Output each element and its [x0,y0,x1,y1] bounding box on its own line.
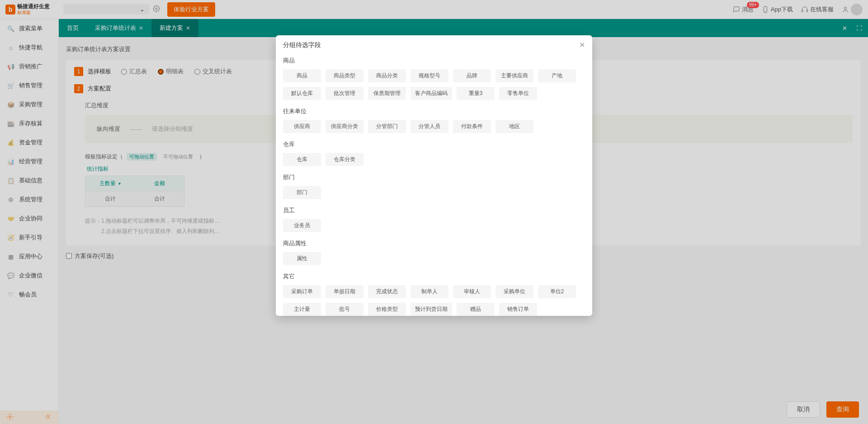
field-pill[interactable]: 仓库 [283,153,321,166]
modal-header: 分组待选字段 ✕ [276,35,592,54]
field-group-title: 部门 [283,173,585,181]
field-group: 其它采购订单单据日期完成状态制单人审核人采购单位单位2主计量批号价格类型预计到货… [283,272,585,316]
field-group: 商品商品商品类型商品分类规格型号品牌主要供应商产地默认仓库批次管理保质期管理客户… [283,57,585,100]
field-pill-row: 商品商品类型商品分类规格型号品牌主要供应商产地默认仓库批次管理保质期管理客户商品… [283,69,585,100]
field-pill[interactable]: 仓库分类 [326,153,363,166]
modal-mask[interactable]: 分组待选字段 ✕ 商品商品商品类型商品分类规格型号品牌主要供应商产地默认仓库批次… [0,0,868,424]
field-group-title: 商品 [283,57,585,65]
field-pill[interactable]: 业务员 [283,219,321,232]
field-pill[interactable]: 单据日期 [326,285,363,298]
field-pill[interactable]: 赠品 [457,303,495,316]
field-group-title: 仓库 [283,140,585,148]
field-pill[interactable]: 采购单位 [495,285,533,298]
field-pill[interactable]: 主计量 [283,303,321,316]
field-pill[interactable]: 规格型号 [410,69,448,82]
field-pill[interactable]: 保质期管理 [368,87,406,100]
field-pill[interactable]: 销售订单 [499,303,537,316]
field-pill[interactable]: 供应商分类 [326,120,363,133]
field-pill[interactable]: 采购订单 [283,285,321,298]
field-group-title: 其它 [283,272,585,281]
field-pill[interactable]: 主要供应商 [495,69,533,82]
field-pill[interactable]: 部门 [283,186,321,199]
field-pill-row: 属性 [283,252,585,265]
field-group: 员工业务员 [283,206,585,232]
field-pill[interactable]: 供应商 [283,120,321,133]
field-pill[interactable]: 品牌 [453,69,491,82]
field-group: 商品属性属性 [283,239,585,265]
field-pill[interactable]: 付款条件 [453,120,491,133]
field-pill[interactable]: 批次管理 [326,87,363,100]
field-group-title: 员工 [283,206,585,214]
field-pill[interactable]: 价格类型 [368,303,406,316]
field-pill[interactable]: 审核人 [453,285,491,298]
field-pill[interactable]: 完成状态 [368,285,406,298]
field-pill-row: 供应商供应商分类分管部门分管人员付款条件地区 [283,120,585,133]
field-group: 部门部门 [283,173,585,199]
field-pill[interactable]: 默认仓库 [283,87,321,100]
field-pill-row: 部门 [283,186,585,199]
field-group-title: 商品属性 [283,239,585,248]
field-picker-modal: 分组待选字段 ✕ 商品商品商品类型商品分类规格型号品牌主要供应商产地默认仓库批次… [276,35,592,316]
field-pill[interactable]: 属性 [283,252,321,265]
field-pill[interactable]: 批号 [326,303,363,316]
field-pill[interactable]: 重量3 [457,87,495,100]
field-group: 仓库仓库仓库分类 [283,140,585,166]
field-pill-row: 业务员 [283,219,585,232]
field-group-title: 往来单位 [283,107,585,115]
field-pill[interactable]: 分管人员 [410,120,448,133]
field-pill-row: 采购订单单据日期完成状态制单人审核人采购单位单位2主计量批号价格类型预计到货日期… [283,285,585,316]
field-group: 往来单位供应商供应商分类分管部门分管人员付款条件地区 [283,107,585,133]
modal-close-icon[interactable]: ✕ [579,41,585,49]
field-pill[interactable]: 预计到货日期 [410,303,452,316]
modal-body[interactable]: 商品商品商品类型商品分类规格型号品牌主要供应商产地默认仓库批次管理保质期管理客户… [276,54,592,316]
field-pill[interactable]: 分管部门 [368,120,406,133]
field-pill[interactable]: 产地 [538,69,576,82]
field-pill-row: 仓库仓库分类 [283,153,585,166]
field-pill[interactable]: 商品分类 [368,69,406,82]
field-pill[interactable]: 商品 [283,69,321,82]
field-pill[interactable]: 单位2 [538,285,576,298]
field-pill[interactable]: 地区 [495,120,533,133]
field-pill[interactable]: 制单人 [410,285,448,298]
modal-title: 分组待选字段 [283,41,321,49]
field-pill[interactable]: 客户商品编码 [410,87,452,100]
field-pill[interactable]: 零售单位 [499,87,537,100]
field-pill[interactable]: 商品类型 [326,69,363,82]
